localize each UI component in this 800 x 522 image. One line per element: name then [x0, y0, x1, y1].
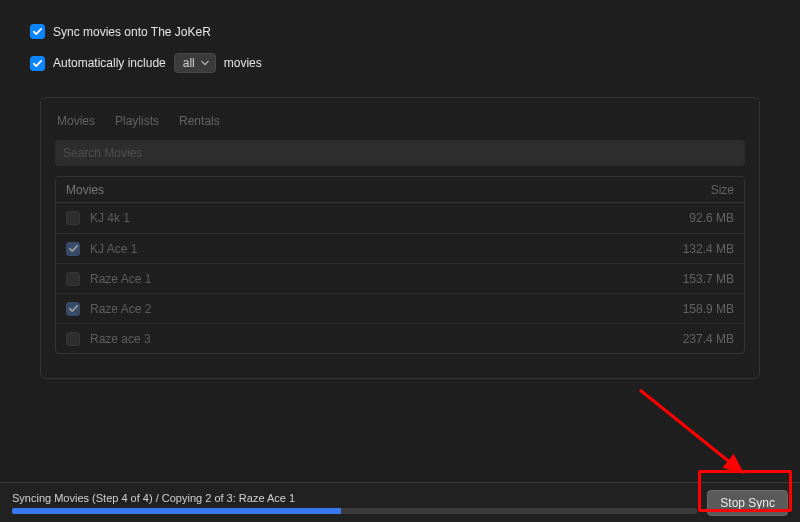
scope-select[interactable]: all	[174, 53, 216, 73]
search-input[interactable]	[55, 140, 745, 166]
stop-sync-button[interactable]: Stop Sync	[707, 490, 788, 516]
progress: Syncing Movies (Step 4 of 4) / Copying 2…	[12, 492, 697, 514]
row-checkbox[interactable]	[66, 272, 80, 286]
row-name-cell: Raze Ace 2	[66, 302, 664, 316]
row-size: 158.9 MB	[664, 302, 734, 316]
table-row[interactable]: KJ 4k 192.6 MB	[56, 203, 744, 233]
scope-select-value: all	[183, 56, 195, 70]
progress-label: Syncing Movies (Step 4 of 4) / Copying 2…	[12, 492, 697, 504]
table-body: KJ 4k 192.6 MBKJ Ace 1132.4 MBRaze Ace 1…	[56, 203, 744, 353]
auto-include-row: Automatically include all movies	[30, 53, 770, 73]
row-name: Raze Ace 2	[90, 302, 151, 316]
row-checkbox[interactable]	[66, 211, 80, 225]
row-size: 92.6 MB	[664, 211, 734, 225]
row-checkbox[interactable]	[66, 242, 80, 256]
row-name: Raze Ace 1	[90, 272, 151, 286]
row-name-cell: Raze ace 3	[66, 332, 664, 346]
check-icon	[32, 26, 43, 37]
row-name-cell: Raze Ace 1	[66, 272, 664, 286]
row-name: Raze ace 3	[90, 332, 151, 346]
row-name-cell: KJ Ace 1	[66, 242, 664, 256]
row-checkbox[interactable]	[66, 332, 80, 346]
col-header-name: Movies	[66, 183, 664, 197]
tabs: Movies Playlists Rentals	[55, 112, 745, 140]
row-name-cell: KJ 4k 1	[66, 211, 664, 225]
chevron-down-icon	[201, 59, 209, 67]
table-row[interactable]: Raze Ace 2158.9 MB	[56, 293, 744, 323]
table-header: Movies Size	[56, 177, 744, 203]
status-bar: Syncing Movies (Step 4 of 4) / Copying 2…	[0, 482, 800, 522]
row-name: KJ Ace 1	[90, 242, 137, 256]
auto-include-suffix: movies	[224, 56, 262, 70]
tab-rentals[interactable]: Rentals	[179, 114, 220, 128]
movies-panel: Movies Playlists Rentals Movies Size KJ …	[40, 97, 760, 379]
auto-include-prefix: Automatically include	[53, 56, 166, 70]
col-header-size: Size	[664, 183, 734, 197]
table-row[interactable]: Raze Ace 1153.7 MB	[56, 263, 744, 293]
tab-movies[interactable]: Movies	[57, 114, 95, 128]
check-icon	[68, 303, 79, 314]
sync-movies-checkbox[interactable]	[30, 24, 45, 39]
progress-track	[12, 508, 697, 514]
table-row[interactable]: Raze ace 3237.4 MB	[56, 323, 744, 353]
check-icon	[68, 243, 79, 254]
row-size: 237.4 MB	[664, 332, 734, 346]
row-size: 132.4 MB	[664, 242, 734, 256]
auto-include-checkbox[interactable]	[30, 56, 45, 71]
row-size: 153.7 MB	[664, 272, 734, 286]
row-name: KJ 4k 1	[90, 211, 130, 225]
tab-playlists[interactable]: Playlists	[115, 114, 159, 128]
row-checkbox[interactable]	[66, 302, 80, 316]
svg-line-0	[640, 390, 742, 472]
progress-fill	[12, 508, 341, 514]
sync-movies-label: Sync movies onto The JoKeR	[53, 25, 211, 39]
sync-movies-row: Sync movies onto The JoKeR	[30, 24, 770, 39]
table-row[interactable]: KJ Ace 1132.4 MB	[56, 233, 744, 263]
check-icon	[32, 58, 43, 69]
sync-options: Sync movies onto The JoKeR Automatically…	[0, 0, 800, 97]
movies-table: Movies Size KJ 4k 192.6 MBKJ Ace 1132.4 …	[55, 176, 745, 354]
